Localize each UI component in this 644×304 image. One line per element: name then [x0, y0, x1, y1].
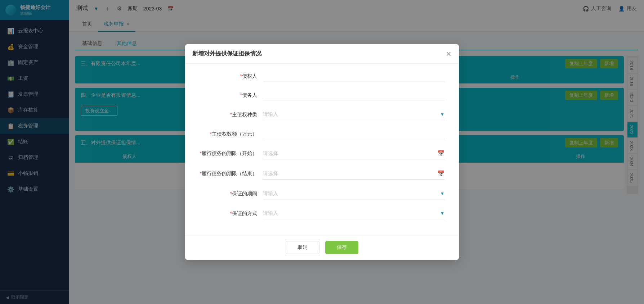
form-control-zhaiquanren [263, 71, 444, 81]
form-row-end: *履行债务的期限（结束） 请选择 📅 [200, 168, 444, 180]
baozhengqijian-arrow-icon: ▼ [440, 191, 444, 196]
zhulei-placeholder: 请输入 [263, 111, 278, 118]
form-row-baozhengqijian: *保证的期间 请输入 ▼ [200, 188, 444, 199]
form-row-zhaiwuren: *债务人 [200, 90, 444, 100]
form-control-shue [263, 129, 444, 139]
form-label-start: *履行债务的期限（开始） [200, 150, 257, 157]
modal-close-button[interactable]: ✕ [446, 50, 452, 58]
zhaiwuren-input[interactable] [263, 90, 444, 100]
baozhengqijian-placeholder: 请输入 [263, 190, 278, 197]
calendar-end-icon: 📅 [437, 170, 444, 177]
form-row-shue: *主债权数额（万元） [200, 129, 444, 139]
modal: 新增对外提供保证担保情况 ✕ *债权人 *债务人 [185, 44, 459, 260]
form-row-start: *履行债务的期限（开始） 请选择 📅 [200, 148, 444, 159]
start-date-picker[interactable]: 请选择 📅 [263, 148, 444, 159]
form-label-baozhengqijian: *保证的期间 [200, 191, 257, 197]
shue-input[interactable] [263, 129, 444, 139]
form-label-zhaiquanren: *债权人 [200, 73, 257, 80]
baozhengfangshi-select[interactable]: 请输入 ▼ [263, 208, 444, 219]
form-control-baozhengqijian: 请输入 ▼ [263, 188, 444, 199]
form-control-zhaiwuren [263, 90, 444, 100]
cancel-button[interactable]: 取消 [286, 241, 319, 254]
form-label-zhulei: *主债权种类 [200, 112, 257, 118]
end-date-placeholder: 请选择 [263, 171, 278, 177]
form-row-zhaiquanren: *债权人 [200, 71, 444, 81]
save-button[interactable]: 保存 [325, 241, 358, 254]
form-control-baozhengfangshi: 请输入 ▼ [263, 208, 444, 219]
form-control-end: 请选择 📅 [263, 168, 444, 180]
form-row-baozhengfangshi: *保证的方式 请输入 ▼ [200, 208, 444, 219]
form-row-zhulei: *主债权种类 请输入 ▼ [200, 109, 444, 120]
start-date-placeholder: 请选择 [263, 150, 278, 157]
zhaiquanren-input[interactable] [263, 71, 444, 81]
end-date-picker[interactable]: 请选择 📅 [263, 168, 444, 180]
form-label-end: *履行债务的期限（结束） [200, 171, 257, 177]
modal-header: 新增对外提供保证担保情况 ✕ [185, 44, 459, 64]
form-control-zhulei: 请输入 ▼ [263, 109, 444, 120]
modal-body: *债权人 *债务人 *主债权种类 [185, 64, 459, 235]
baozhengfangshi-placeholder: 请输入 [263, 210, 278, 217]
form-label-baozhengfangshi: *保证的方式 [200, 210, 257, 217]
baozhengfangshi-arrow-icon: ▼ [440, 211, 444, 216]
baozhengqijian-select[interactable]: 请输入 ▼ [263, 188, 444, 199]
modal-title: 新增对外提供保证担保情况 [192, 50, 261, 58]
calendar-start-icon: 📅 [437, 150, 444, 157]
zhulei-select[interactable]: 请输入 ▼ [263, 109, 444, 120]
modal-overlay: 新增对外提供保证担保情况 ✕ *债权人 *债务人 [0, 0, 644, 304]
form-control-start: 请选择 📅 [263, 148, 444, 159]
form-label-shue: *主债权数额（万元） [200, 131, 257, 137]
form-label-zhaiwuren: *债务人 [200, 92, 257, 99]
modal-footer: 取消 保存 [185, 235, 459, 260]
zhulei-arrow-icon: ▼ [440, 112, 444, 117]
